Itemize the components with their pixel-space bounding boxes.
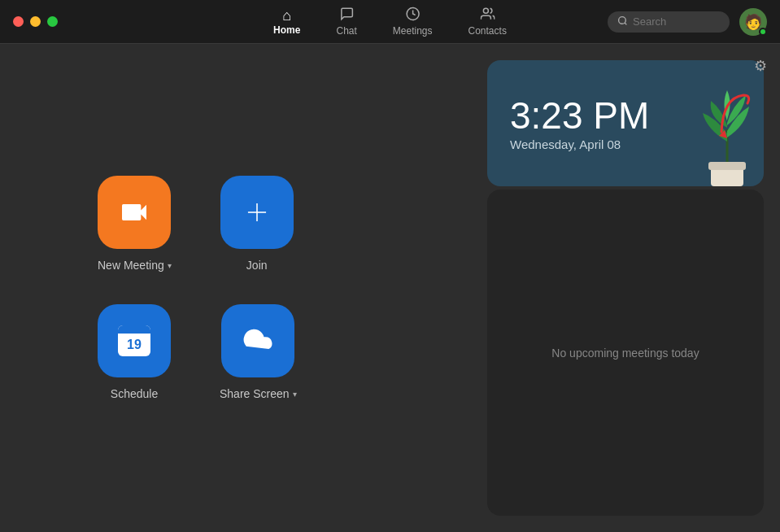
minimize-button[interactable] (30, 16, 41, 27)
svg-line-3 (625, 23, 626, 24)
avatar[interactable]: 🧑 (739, 8, 767, 36)
titlebar: ⌂ Home Chat Meetings (0, 0, 780, 44)
action-row-1: New Meeting ▾ Join (98, 176, 294, 272)
titlebar-right: 🧑 (608, 8, 767, 36)
schedule-button[interactable]: 19 (98, 304, 171, 377)
tab-chat-label: Chat (336, 25, 356, 37)
close-button[interactable] (13, 16, 24, 27)
online-status-indicator (759, 28, 767, 36)
chevron-down-icon: ▾ (293, 390, 297, 399)
chevron-down-icon: ▾ (168, 261, 172, 270)
search-input[interactable] (633, 15, 720, 28)
action-grid: New Meeting ▾ Join (0, 44, 487, 532)
join-item[interactable]: Join (220, 176, 294, 272)
meetings-icon (405, 7, 420, 24)
traffic-lights (13, 16, 58, 27)
tab-chat[interactable]: Chat (321, 2, 371, 41)
tab-contacts-label: Contacts (468, 25, 507, 37)
svg-point-1 (483, 8, 488, 13)
plant-decoration (691, 72, 764, 186)
search-icon (617, 15, 628, 28)
meetings-panel: No upcoming meetings today (487, 190, 764, 516)
tab-meetings-label: Meetings (393, 25, 433, 37)
tab-home-label: Home (273, 24, 300, 36)
calendar-icon: 19 (118, 325, 150, 356)
svg-rect-9 (708, 162, 746, 170)
schedule-label: Schedule (111, 387, 158, 400)
new-meeting-item[interactable]: New Meeting ▾ (98, 176, 172, 272)
share-screen-label: Share Screen ▾ (220, 387, 297, 400)
share-screen-item[interactable]: Share Screen ▾ (220, 304, 297, 400)
new-meeting-button[interactable] (98, 176, 171, 249)
nav-tabs: ⌂ Home Chat Meetings (259, 2, 521, 41)
action-row-2: 19 Schedule Share Screen (98, 304, 297, 400)
chat-icon (339, 7, 354, 24)
contacts-icon (480, 7, 495, 24)
panel-right: 3:23 PM Wednesday, April 08 (487, 44, 780, 532)
join-button[interactable] (220, 176, 294, 249)
share-screen-button[interactable] (221, 304, 294, 377)
home-icon: ⌂ (282, 8, 291, 23)
tab-meetings[interactable]: Meetings (378, 2, 447, 41)
clock-time: 3:23 PM (510, 95, 649, 137)
settings-button[interactable]: ⚙ (754, 57, 767, 75)
new-meeting-label: New Meeting ▾ (98, 259, 172, 272)
main-content: ⚙ New Meeting ▾ (0, 44, 780, 532)
tab-contacts[interactable]: Contacts (454, 2, 521, 41)
join-label: Join (246, 259, 268, 272)
svg-point-2 (619, 16, 626, 24)
clock-date: Wednesday, April 08 (510, 137, 621, 151)
no-meetings-message: No upcoming meetings today (551, 347, 699, 360)
maximize-button[interactable] (47, 16, 58, 27)
clock-card: 3:23 PM Wednesday, April 08 (487, 60, 764, 186)
tab-home[interactable]: ⌂ Home (259, 3, 315, 41)
schedule-item[interactable]: 19 Schedule (98, 304, 171, 400)
search-box[interactable] (608, 11, 730, 33)
